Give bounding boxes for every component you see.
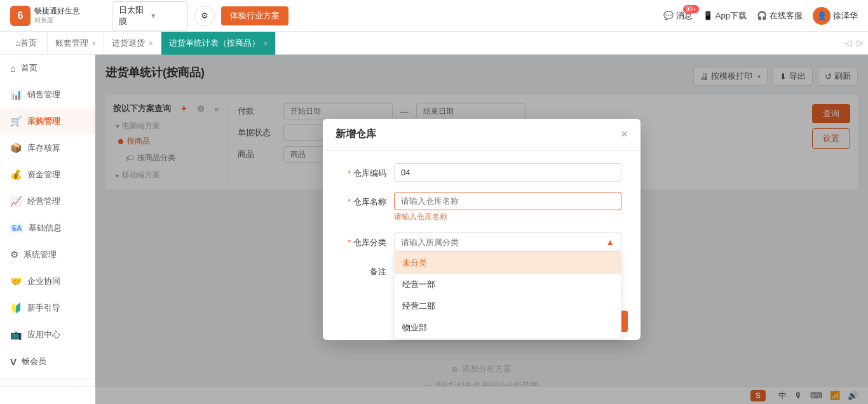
tab-accounts[interactable]: 账套管理 × [48, 32, 104, 55]
sidebar-item-inventory[interactable]: 📦 库存核算 [0, 135, 95, 161]
dropdown-item-ops1[interactable]: 经营一部 [395, 274, 621, 295]
name-label: 仓库名称 [342, 192, 386, 208]
dialog-header: 新增仓库 × [323, 119, 641, 151]
inventory-icon: 📦 [10, 142, 22, 154]
member-icon: V [10, 356, 17, 367]
new-warehouse-dialog: 新增仓库 × 仓库编码 仓库名称 [323, 119, 641, 340]
sidebar-sales-label: 销售管理 [27, 89, 60, 100]
category-toggle-icon[interactable]: ▲ [606, 237, 614, 247]
sales-icon: 📊 [10, 89, 22, 100]
store-selector[interactable]: 日太阳膜 [112, 1, 188, 30]
home-sidebar-icon: ⌂ [10, 63, 16, 74]
tab-purchase-return[interactable]: 进货退货 × [104, 32, 161, 55]
sidebar-item-finance[interactable]: 💰 资金管理 [0, 161, 95, 188]
sidebar-basic-info-label: 基础信息 [29, 222, 62, 234]
purchase-icon: 🛒 [10, 116, 22, 127]
category-dropdown: 未分类 经营一部 经营二部 物业部 [394, 252, 621, 339]
message-badge: 99+ [683, 5, 699, 13]
sidebar-purchase-label: 采购管理 [27, 116, 60, 127]
note-label: 备注 [342, 262, 386, 278]
dialog-title: 新增仓库 [336, 128, 376, 141]
online-service-button[interactable]: 🎧 在线客服 [757, 10, 803, 22]
basic-info-icon: EA [10, 224, 24, 232]
form-row-code: 仓库编码 [342, 163, 621, 182]
tab-bar: ⌂ 首页 账套管理 × 进货退货 × 进货单统计表（按商品） × ◁ ▷ [0, 32, 868, 55]
top-header: 6 畅捷通好生意 精英版 日太阳膜 ⚙ 体验行业方案 💬 消息 99+ 📱 Ap… [0, 0, 868, 32]
sidebar-item-purchase[interactable]: 🛒 采购管理 [0, 108, 95, 135]
phone-icon: 📱 [703, 11, 713, 20]
tab-home[interactable]: ⌂ 首页 [5, 32, 48, 55]
avatar-icon: 👤 [817, 11, 827, 20]
gear-icon: ⚙ [201, 11, 208, 20]
code-label: 仓库编码 [342, 163, 386, 179]
sidebar-app-center-label: 应用中心 [27, 329, 60, 340]
name-error-tip: 请输入仓库名称 [394, 212, 621, 222]
tab-close-stat[interactable]: × [264, 39, 268, 47]
user-avatar: 👤 [813, 7, 831, 25]
form-row-category: 仓库分类 ▲ 未分类 经营一部 经营二部 物业部 [342, 232, 621, 252]
sidebar-member-label: 畅会员 [22, 356, 46, 367]
sidebar-item-guide[interactable]: 🔰 新手引导 [0, 295, 95, 321]
sidebar-enterprise-label: 企业协同 [27, 276, 60, 287]
sidebar-item-home[interactable]: ⌂ 首页 [0, 55, 95, 81]
modal-overlay: 新增仓库 × 仓库编码 仓库名称 [95, 55, 868, 404]
store-name: 日太阳膜 [119, 4, 149, 27]
message-icon: 💬 [663, 11, 674, 20]
dropdown-item-uncategorized[interactable]: 未分类 [395, 252, 621, 274]
user-menu[interactable]: 👤 徐泽华 [813, 7, 858, 25]
finance-icon: 💰 [10, 169, 22, 180]
tab-next-icon[interactable]: ▷ [857, 38, 863, 48]
sidebar-system-label: 系统管理 [24, 249, 57, 260]
sidebar-item-system[interactable]: ⚙ 系统管理 [0, 241, 95, 268]
tab-close-accounts[interactable]: × [92, 39, 96, 47]
tab-purchase-return-label: 进货退货 [112, 37, 145, 49]
home-icon: ⌂ [15, 38, 20, 48]
app-name: 畅捷通好生意 [34, 6, 80, 17]
sidebar-item-enterprise[interactable]: 🤝 企业协同 [0, 268, 95, 295]
main-layout: ⌂ 首页 📊 销售管理 🛒 采购管理 📦 库存核算 💰 资金管理 📈 经营管理 … [0, 55, 868, 404]
content-area: 进货单统计(按商品) 🖨 按模板打印 ⬇ 导出 ↺ 刷新 [95, 55, 868, 404]
sidebar-item-operations[interactable]: 📈 经营管理 [0, 188, 95, 215]
category-label: 仓库分类 [342, 232, 386, 248]
app-center-icon: 📺 [10, 329, 22, 340]
category-input[interactable] [401, 238, 606, 247]
name-field-wrap: 请输入仓库名称 [394, 192, 621, 222]
enterprise-icon: 🤝 [10, 276, 22, 287]
store-dropdown-icon [151, 11, 181, 20]
warehouse-name-input[interactable] [394, 192, 621, 210]
tab-purchase-stat-label: 进货单统计表（按商品） [169, 37, 260, 49]
header-right: 💬 消息 99+ 📱 App下载 🎧 在线客服 👤 徐泽华 [663, 7, 858, 25]
sidebar-item-sales[interactable]: 📊 销售管理 [0, 81, 95, 108]
operations-icon: 📈 [10, 196, 22, 207]
dropdown-item-property[interactable]: 物业部 [395, 317, 621, 339]
guide-icon: 🔰 [10, 302, 22, 314]
sidebar-inventory-label: 库存核算 [27, 142, 60, 154]
app-edition: 精英版 [34, 16, 80, 25]
sidebar-item-app-center[interactable]: 📺 应用中心 [0, 321, 95, 348]
tab-prev-icon[interactable]: ◁ [845, 38, 851, 48]
sidebar-item-member[interactable]: V 畅会员 [0, 348, 95, 375]
dropdown-item-ops2[interactable]: 经营二部 [395, 295, 621, 317]
app-download-label: App下载 [715, 10, 747, 22]
sidebar-guide-label: 新手引导 [27, 302, 60, 314]
user-name: 徐泽华 [833, 10, 858, 22]
code-field-wrap [394, 163, 621, 182]
app-download-button[interactable]: 📱 App下载 [703, 10, 747, 22]
tab-bar-right: ◁ ▷ [845, 38, 863, 48]
form-row-name: 仓库名称 请输入仓库名称 [342, 192, 621, 222]
category-field-wrap: ▲ 未分类 经营一部 经营二部 物业部 [394, 232, 621, 252]
tab-accounts-label: 账套管理 [55, 37, 88, 49]
category-input-wrap[interactable]: ▲ [394, 232, 621, 252]
settings-button[interactable]: ⚙ [194, 6, 215, 26]
system-icon: ⚙ [10, 249, 18, 260]
messages-button[interactable]: 💬 消息 99+ [663, 10, 693, 22]
dialog-close-button[interactable]: × [621, 128, 628, 141]
trial-button[interactable]: 体验行业方案 [221, 6, 288, 25]
sidebar-item-basic-info[interactable]: EA 基础信息 [0, 215, 95, 241]
logo-text-block: 畅捷通好生意 精英版 [34, 6, 80, 25]
sidebar-operations-label: 经营管理 [27, 196, 60, 207]
tab-close-return[interactable]: × [149, 39, 153, 47]
warehouse-code-input[interactable] [394, 163, 621, 182]
logo-area: 6 畅捷通好生意 精英版 [10, 6, 105, 26]
tab-purchase-stat[interactable]: 进货单统计表（按商品） × [161, 32, 276, 55]
